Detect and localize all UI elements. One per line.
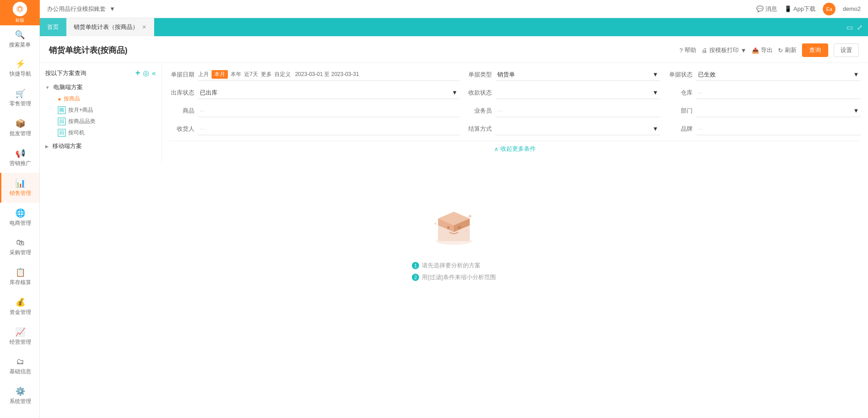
settlement-label: 结算方式 <box>467 125 492 133</box>
out-status-control[interactable]: 已出库 ▼ <box>198 86 459 99</box>
user-name[interactable]: demo2 <box>843 5 861 12</box>
sidebar-search[interactable]: 🔍 搜索菜单 <box>0 25 39 53</box>
collapse-scheme-icon[interactable]: « <box>152 69 156 77</box>
filter-item-date: 单据日期 上月 本月 本年 近7天 更多 自定义 2023-03-01 至 20… <box>169 68 459 81</box>
settlement-control[interactable]: ▼ <box>495 123 660 135</box>
query-label: 查询 <box>809 47 821 53</box>
doc-status-control[interactable]: 已生效 ▼ <box>696 68 861 81</box>
svg-text:✦: ✦ <box>467 213 473 220</box>
tree-parent-mobile[interactable]: ▶ 移动端方案 <box>40 140 161 152</box>
department-control[interactable]: ▼ <box>696 104 861 117</box>
warehouse-dots-icon[interactable]: ··· <box>698 89 703 96</box>
sidebar-item-quicknav[interactable]: ⚡ 快捷导航 <box>0 53 39 83</box>
empty-tip-1: 1 请先选择要分析的方案 <box>412 261 495 270</box>
message-link[interactable]: 💬 消息 <box>756 5 777 13</box>
tab-home[interactable]: 首页 <box>40 18 66 36</box>
sidebar-item-wholesale[interactable]: 📦 批发管理 <box>0 113 39 143</box>
topbar-left: 办公用品行业模拟账套 ▼ <box>47 5 115 13</box>
sidebar-item-ecommerce[interactable]: 🌐 电商管理 <box>0 203 39 233</box>
tree-item-by-month-product[interactable]: 圈 按月+商品 <box>45 104 161 116</box>
collapse-label: 收起更多条件 <box>500 145 536 153</box>
tab-actions: ▭ ⤢ <box>846 23 868 32</box>
tab-sales-report[interactable]: 销货单统计表（按商品） ✕ <box>66 18 154 36</box>
salesperson-dots-icon[interactable]: ··· <box>497 107 502 114</box>
sidebar-item-purchase[interactable]: 🛍 采购管理 <box>0 233 39 262</box>
tree-item-by-product-label: 按商品 <box>64 95 80 103</box>
tip1-text: 请先选择要分析的方案 <box>422 261 481 270</box>
sidebar-item-basics[interactable]: 🗂 基础信息 <box>0 352 39 381</box>
filter-item-settlement: 结算方式 ▼ <box>467 123 660 135</box>
enterprise-icon: 🤝 <box>15 416 25 418</box>
driver-scheme-icon: 回 <box>58 129 66 137</box>
logo[interactable]: 标版 <box>0 0 40 25</box>
more-date-btn[interactable]: 更多 <box>261 71 272 78</box>
sidebar-item-system[interactable]: ⚙️ 系统管理 <box>0 381 39 411</box>
tree-expand-pc: ▼ <box>45 85 50 90</box>
app-download-link[interactable]: 📱 App下载 <box>784 5 816 13</box>
sidebar-item-retail[interactable]: 🛒 零售管理 <box>0 83 39 113</box>
settings-button[interactable]: 设置 <box>834 43 859 57</box>
sidebar-item-enterprise[interactable]: 🤝 企业协同 <box>0 411 39 418</box>
sidebar-item-inventory[interactable]: 📋 库存核算 <box>0 262 39 292</box>
doc-type-chevron: ▼ <box>652 71 658 78</box>
warehouse-control[interactable]: ··· <box>696 86 861 99</box>
recipient-control[interactable]: ··· <box>198 123 459 135</box>
query-button[interactable]: 查询 <box>802 43 828 57</box>
doc-type-control[interactable]: 销货单 ▼ <box>495 68 660 81</box>
brand-dots-icon[interactable]: ··· <box>698 125 703 132</box>
minimize-icon[interactable]: ▭ <box>846 23 853 32</box>
svg-point-8 <box>458 226 461 229</box>
product-control[interactable]: ··· <box>198 104 459 117</box>
last-month-btn[interactable]: 上月 <box>198 71 209 78</box>
salesperson-control[interactable]: ··· <box>495 104 660 117</box>
svg-text:✦: ✦ <box>434 221 437 226</box>
sidebar-item-marketing[interactable]: 📢 营销推广 <box>0 143 39 173</box>
inventory-icon: 📋 <box>15 267 25 277</box>
refresh-label: 刷新 <box>785 46 797 54</box>
payment-status-control[interactable]: ▼ <box>495 86 660 99</box>
tree-item-by-driver-label: 按司机 <box>68 129 85 137</box>
payment-status-chevron: ▼ <box>652 89 658 96</box>
doc-status-label: 单据状态 <box>667 71 693 79</box>
logo-icon <box>13 2 27 16</box>
help-button[interactable]: ? 帮助 <box>679 46 696 54</box>
recipient-dots-icon[interactable]: ··· <box>200 125 205 132</box>
filter-right: 单据日期 上月 本月 本年 近7天 更多 自定义 2023-03-01 至 20… <box>162 63 868 162</box>
sidebar-item-operations[interactable]: 📈 经营管理 <box>0 322 39 352</box>
avatar[interactable]: Ea <box>823 3 835 15</box>
tab-close-icon[interactable]: ✕ <box>142 24 146 30</box>
sidebar-item-sales-label: 销售管理 <box>9 190 31 197</box>
sidebar-item-finance[interactable]: 💰 资金管理 <box>0 292 39 322</box>
salesperson-label: 业务员 <box>467 107 492 115</box>
out-status-label: 出库状态 <box>169 89 194 97</box>
current-month-btn[interactable]: 本月 <box>212 70 228 79</box>
date-label: 单据日期 <box>169 71 194 79</box>
settlement-chevron: ▼ <box>652 125 658 132</box>
product-dots-icon[interactable]: ··· <box>200 107 205 114</box>
brand-control[interactable]: ··· <box>696 123 861 135</box>
tree-children-pc: ● 按商品 圈 按月+商品 回 按商品品类 <box>40 93 161 138</box>
sidebar-item-operations-label: 经营管理 <box>9 338 31 346</box>
filter-row-4: 收货人 ··· 结算方式 ▼ <box>169 123 861 135</box>
tree-item-by-category[interactable]: 回 按商品品类 <box>45 116 161 127</box>
maximize-icon[interactable]: ⤢ <box>857 23 863 32</box>
tip2-num: 2 <box>412 274 419 281</box>
print-template-button[interactable]: 🖨 按模板打印 ▼ <box>702 46 746 54</box>
quicknav-icon: ⚡ <box>15 59 25 69</box>
add-scheme-icon[interactable]: + <box>136 68 141 78</box>
category-scheme-icon: 回 <box>58 118 66 125</box>
collapse-bar[interactable]: ∧ 收起更多条件 <box>169 141 861 157</box>
breadcrumb-chevron[interactable]: ▼ <box>109 5 115 12</box>
refresh-button[interactable]: ↻ 刷新 <box>778 46 797 54</box>
tree-item-by-product[interactable]: ● 按商品 <box>45 93 161 104</box>
last-7days-btn[interactable]: 近7天 <box>244 71 258 78</box>
export-button[interactable]: 📤 导出 <box>752 46 773 54</box>
tree-parent-pc[interactable]: ▼ 电脑端方案 <box>40 81 161 93</box>
current-year-btn[interactable]: 本年 <box>231 71 241 78</box>
tree-item-by-driver[interactable]: 回 按司机 <box>45 127 161 138</box>
edit-scheme-icon[interactable]: ◎ <box>143 69 149 77</box>
tree-parent-mobile-label: 移动端方案 <box>52 142 82 150</box>
svg-point-7 <box>447 226 450 229</box>
custom-date-btn[interactable]: 自定义 <box>274 71 291 78</box>
sidebar-item-sales[interactable]: 📊 销售管理 <box>0 173 39 203</box>
